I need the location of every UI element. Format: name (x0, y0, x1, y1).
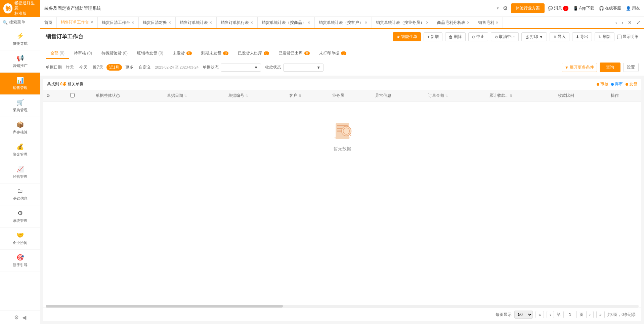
col-amount[interactable]: 订单金额 ⇅ (425, 90, 486, 102)
tab-sales-stat[interactable]: 销售订单统计表 ✕ (176, 17, 217, 29)
tab-gross-profit[interactable]: 商品毛利分析表 ✕ (433, 17, 474, 29)
status-select[interactable]: ▼ (221, 64, 261, 72)
tab-sales-workbench[interactable]: 销售订单工作台 ✕ (57, 17, 98, 29)
col-staff[interactable]: 业务员 (329, 90, 372, 102)
user-btn[interactable]: 👤 用友 (626, 5, 640, 11)
page-first-btn[interactable]: « (535, 311, 544, 318)
tab-sales-product-stat[interactable]: 销货单统计表（按商品） ✕ (258, 17, 315, 29)
tab-cash-reconcile[interactable]: 钱货日清对账 ✕ (139, 17, 176, 29)
filter-tab-all[interactable]: 全部 (0) (46, 48, 69, 59)
gear-icon[interactable]: ⚙ (503, 5, 508, 11)
page-input[interactable] (563, 311, 577, 318)
export-btn[interactable]: ⬇ 导出 (572, 32, 592, 41)
tab-scroll-left-btn[interactable]: ‹ (613, 19, 619, 26)
tab-close-icon[interactable]: ✕ (209, 21, 212, 25)
add-btn[interactable]: + 新增 (424, 32, 442, 41)
sidebar-item-sales[interactable]: 📊 销售管理 (0, 73, 40, 95)
tab-sales-staff-stat[interactable]: 销货单统计表（按业务员） ✕ (372, 17, 433, 29)
sidebar-item-search[interactable]: 🔍 搜索菜单 (0, 17, 40, 28)
tab-fullscreen-btn[interactable]: ⤢ (635, 19, 643, 26)
date-custom[interactable]: 自定义 (137, 64, 153, 71)
tab-close-icon[interactable]: ✕ (467, 21, 470, 25)
tab-close-icon[interactable]: ✕ (426, 21, 429, 25)
cancel-stop-btn[interactable]: ⊘ 取消中止 (491, 32, 519, 41)
ship-btn[interactable]: 发货 (626, 81, 637, 87)
col-date[interactable]: 单据日期 ⇅ (164, 90, 225, 102)
app-download-btn[interactable]: 📱 App下载 (573, 5, 594, 11)
title-dropdown-icon[interactable]: ▼ (496, 6, 500, 10)
cancel-review-btn[interactable]: 弃审 (611, 81, 623, 87)
sort-number-icon[interactable]: ⇅ (245, 94, 248, 97)
sidebar-item-purchase[interactable]: 🛒 采购管理 (0, 95, 40, 117)
sidebar-item-inventory[interactable]: 📦 库存核算 (0, 117, 40, 139)
tab-close-icon[interactable]: ✕ (307, 21, 310, 25)
tab-close-icon[interactable]: ✕ (131, 21, 134, 25)
horizontal-scrollbar[interactable] (46, 305, 639, 308)
tab-cash-clear[interactable]: 钱货日清工作台 ✕ (98, 17, 139, 29)
detail-checkbox-input[interactable] (617, 35, 621, 39)
date-today[interactable]: 今天 (77, 64, 89, 71)
filter-tab-shipped-not-out[interactable]: 已发货未出库 0 (233, 48, 274, 59)
review-btn[interactable]: 审核 (597, 81, 608, 87)
message-btn[interactable]: 💬 消息 6 (548, 5, 568, 11)
tab-sales-customer-stat[interactable]: 销货单统计表（按客户） ✕ (315, 17, 372, 29)
tab-sales-exec[interactable]: 销售订单执行表 ✕ (217, 17, 258, 29)
stop-btn[interactable]: ⊙ 中止 (468, 32, 488, 41)
select-all-checkbox[interactable] (70, 93, 75, 97)
date-more[interactable]: 更多 (123, 64, 135, 71)
online-service-btn[interactable]: 🎧 在线客服 (599, 5, 621, 11)
sort-customer-icon[interactable]: ⇅ (299, 94, 301, 97)
tab-home[interactable]: 首页 (40, 17, 57, 29)
sort-collected-icon[interactable]: ⇅ (510, 94, 512, 97)
filter-tab-overdue[interactable]: 到期未发货 0 (197, 48, 233, 59)
col-checkbox[interactable] (67, 90, 92, 102)
filter-tab-wangpu[interactable]: 旺铺待发货 (0) (132, 48, 168, 59)
sort-amount-icon[interactable]: ⇅ (445, 94, 448, 97)
smart-create-btn[interactable]: ★ 智能生单 (393, 32, 421, 41)
date-7days[interactable]: 近7天 (91, 64, 105, 71)
date-1month[interactable]: 近1月 (106, 64, 122, 71)
sidebar-item-cooperation[interactable]: 🤝 企业协同 (0, 228, 40, 250)
col-settings[interactable]: ⚙ (43, 90, 67, 102)
filter-tab-pending-review[interactable]: 待审核 (0) (69, 48, 97, 59)
sidebar-item-quick-nav[interactable]: ⚡ 快捷导航 (0, 28, 40, 50)
sidebar-item-system[interactable]: ⚙ 系统管理 (0, 205, 40, 228)
page-last-btn[interactable]: » (596, 311, 605, 318)
delete-btn[interactable]: 🗑 删除 (445, 32, 466, 41)
import-btn[interactable]: ⬆ 导入 (550, 32, 569, 41)
industry-btn[interactable]: 体验行业方案 (511, 3, 545, 13)
col-number[interactable]: 单据编号 ⇅ (225, 90, 286, 102)
filter-settings-btn[interactable]: 设置 (623, 63, 639, 72)
sidebar-item-basic-info[interactable]: 🗂 基础信息 (0, 184, 40, 205)
tab-close-icon[interactable]: ✕ (250, 21, 253, 25)
filter-tab-not-shipped[interactable]: 未发货 0 (168, 48, 197, 59)
tab-scroll-right-btn[interactable]: › (619, 19, 625, 26)
expand-conditions-btn[interactable]: ▼ 展开更多条件 (562, 63, 597, 72)
collapse-icon[interactable]: ◀ (22, 314, 26, 321)
sort-date-icon[interactable]: ⇅ (184, 94, 187, 97)
page-next-btn[interactable]: › (586, 311, 594, 318)
col-customer[interactable]: 客户 ⇅ (286, 90, 329, 102)
tab-close-icon[interactable]: ✕ (168, 21, 171, 25)
sidebar-item-guide[interactable]: 🎯 新手引导 (0, 250, 40, 272)
sidebar-item-finance[interactable]: 💰 资金管理 (0, 139, 40, 161)
col-collected[interactable]: 累计收款... ⇅ (486, 90, 555, 102)
tab-close-icon[interactable]: ✕ (496, 21, 499, 25)
tab-close-icon[interactable]: ✕ (90, 20, 93, 25)
page-prev-btn[interactable]: ‹ (547, 311, 554, 318)
show-detail-checkbox[interactable]: 显示明细 (617, 34, 639, 40)
settings-icon[interactable]: ⚙ (14, 314, 19, 321)
sidebar-item-marketing[interactable]: 📢 营销推广 (0, 50, 40, 73)
filter-tab-shipped-out[interactable]: 已发货已出库 0 (274, 48, 314, 59)
tab-sales-more[interactable]: 销售毛利 ✕ (474, 17, 503, 29)
print-btn[interactable]: 🖨 打印 ▼ (521, 32, 547, 41)
date-yesterday[interactable]: 昨天 (64, 64, 76, 71)
filter-tab-not-printed[interactable]: 未打印单据 0 (314, 48, 351, 59)
tab-close-icon[interactable]: ✕ (364, 21, 368, 25)
query-btn[interactable]: 查询 (600, 63, 620, 72)
refresh-btn[interactable]: ↻ 刷新 (595, 32, 614, 41)
table-scroll[interactable]: ⚙ 单据整体状态 单据日期 ⇅ 单据编号 ⇅ (43, 90, 641, 305)
tab-close-all-btn[interactable]: ✕ (626, 19, 634, 26)
per-page-select[interactable]: 50 10 20 100 (514, 311, 533, 319)
scrollbar-thumb[interactable] (46, 305, 283, 308)
